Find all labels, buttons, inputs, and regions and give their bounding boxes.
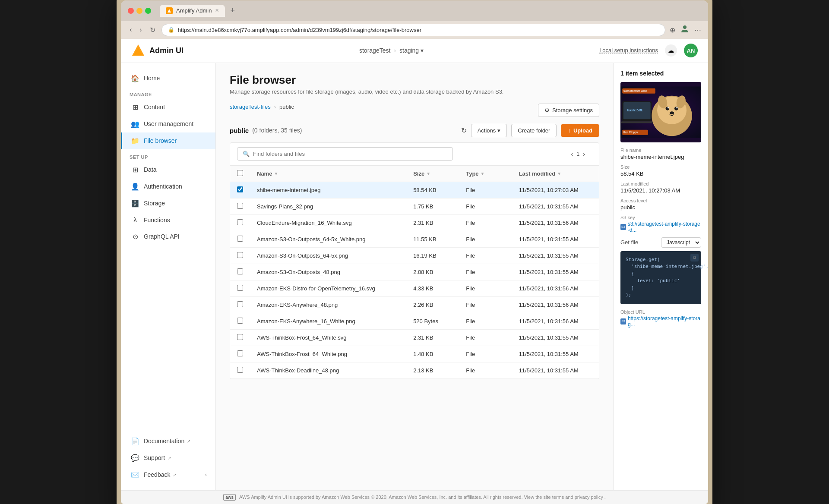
sidebar-label-data: Data xyxy=(144,166,157,173)
sidebar-item-data[interactable]: ⊞ Data xyxy=(121,161,215,178)
language-selector[interactable]: Javascript Swift Android xyxy=(661,237,701,248)
row-checkbox-cell[interactable] xyxy=(230,346,250,362)
refresh-browser-button[interactable]: ↻ xyxy=(148,24,157,36)
new-tab-button[interactable]: + xyxy=(230,6,235,15)
url-bar[interactable]: 🔒 https://main.d3e86xcmkyj77o.amplifyapp… xyxy=(161,24,665,36)
create-folder-button[interactable]: Create folder xyxy=(511,124,557,137)
row-checkbox-cell[interactable] xyxy=(230,280,250,296)
cloud-upload-icon[interactable]: ☁ xyxy=(665,44,677,57)
sidebar-item-storage[interactable]: 🗄️ Storage xyxy=(121,195,215,212)
row-checkbox-cell[interactable] xyxy=(230,198,250,214)
row-checkbox-cell[interactable] xyxy=(230,313,250,329)
row-checkbox[interactable] xyxy=(237,219,243,225)
close-dot[interactable] xyxy=(128,8,134,14)
table-row[interactable]: AWS-ThinkBox-Frost_64_White.svg 2.31 KB … xyxy=(230,329,599,346)
table-row[interactable]: Amazon-S3-On-Outposts_64-5x_White.png 11… xyxy=(230,231,599,247)
select-all-header[interactable] xyxy=(230,166,250,182)
maximize-dot[interactable] xyxy=(145,8,151,14)
avatar[interactable]: AN xyxy=(684,44,698,57)
row-checkbox-cell[interactable] xyxy=(230,182,250,198)
prev-page-button[interactable]: ‹ xyxy=(571,151,573,158)
actions-label: Actions xyxy=(478,127,496,134)
panel-object-url-field: Object URL S3 https://storagetest-amplif… xyxy=(620,309,701,328)
extensions-button[interactable]: ⊕ xyxy=(670,26,675,34)
size-sort[interactable]: Size ▼ xyxy=(413,170,430,177)
row-checkbox-cell[interactable] xyxy=(230,214,250,231)
table-row[interactable]: Amazon-S3-On-Outposts_64-5x.png 16.19 KB… xyxy=(230,247,599,264)
browser-tab[interactable]: Amplify Admin ✕ xyxy=(160,5,225,17)
sidebar-item-documentation[interactable]: 📄 Documentation ↗ xyxy=(121,433,215,450)
tab-close-button[interactable]: ✕ xyxy=(215,8,219,13)
name-sort[interactable]: Name ▼ xyxy=(257,170,278,177)
next-page-button[interactable]: › xyxy=(583,151,585,158)
sidebar-item-home[interactable]: 🏠 Home xyxy=(121,70,215,87)
storage-settings-button[interactable]: ⚙ Storage settings xyxy=(538,104,599,117)
s3-key-link[interactable]: s3://storagetest-amplify-storage-d... xyxy=(628,221,701,233)
back-button[interactable]: ‹ xyxy=(128,24,133,35)
row-checkbox[interactable] xyxy=(237,252,243,258)
panel-access-label: Access level xyxy=(620,198,701,203)
table-row[interactable]: CloudEndure-Migration_16_White.svg 2.31 … xyxy=(230,214,599,231)
row-checkbox[interactable] xyxy=(237,186,243,192)
table-row[interactable]: shibe-meme-internet.jpeg 58.54 KB File 1… xyxy=(230,182,599,198)
row-checkbox[interactable] xyxy=(237,285,243,291)
type-sort[interactable]: Type ▼ xyxy=(466,170,484,177)
sidebar-item-content[interactable]: ⊞ Content xyxy=(121,99,215,116)
minimize-dot[interactable] xyxy=(136,8,142,14)
th-name[interactable]: Name ▼ xyxy=(250,166,406,182)
sidebar-item-support[interactable]: 💬 Support ↗ xyxy=(121,450,215,466)
sidebar-collapse-icon[interactable]: ‹ xyxy=(205,472,207,478)
sidebar-item-graphql-api[interactable]: ⊙ GraphQL API xyxy=(121,228,215,245)
row-checkbox[interactable] xyxy=(237,334,243,340)
sidebar-item-file-browser[interactable]: 📁 File browser xyxy=(121,132,215,149)
row-checkbox-cell[interactable] xyxy=(230,247,250,264)
search-input[interactable] xyxy=(253,151,447,157)
object-url-value[interactable]: https://storagetest-amplify-storag... xyxy=(628,315,701,328)
sidebar-item-feedback[interactable]: ✉️ Feedback ↗ ‹ xyxy=(121,466,215,483)
table-row[interactable]: Amazon-EKS-Anywhere_48.png 2.26 KB File … xyxy=(230,296,599,313)
modified-sort[interactable]: Last modified ▼ xyxy=(519,170,561,177)
th-type[interactable]: Type ▼ xyxy=(459,166,512,182)
sidebar-item-user-management[interactable]: 👥 User management xyxy=(121,116,215,132)
modified-col-label: Last modified xyxy=(519,170,556,177)
table-row[interactable]: Savings-Plans_32.png 1.75 KB File 11/5/2… xyxy=(230,198,599,214)
sidebar-item-authentication[interactable]: 👤 Authentication xyxy=(121,178,215,195)
nav-project[interactable]: storageTest xyxy=(359,47,390,54)
th-size[interactable]: Size ▼ xyxy=(406,166,459,182)
table-row[interactable]: Amazon-EKS-Distro-for-OpenTelemetry_16.s… xyxy=(230,280,599,296)
table-row[interactable]: AWS-ThinkBox-Deadline_48.png 2.13 KB Fil… xyxy=(230,362,599,378)
row-modified: 11/5/2021, 10:31:55 AM xyxy=(512,362,599,378)
forward-button[interactable]: › xyxy=(138,24,143,35)
refresh-button[interactable]: ↻ xyxy=(461,126,467,135)
row-checkbox-cell[interactable] xyxy=(230,329,250,346)
row-checkbox[interactable] xyxy=(237,203,243,209)
row-checkbox[interactable] xyxy=(237,301,243,307)
object-url-link[interactable]: S3 https://storagetest-amplify-storag... xyxy=(620,315,701,328)
upload-button[interactable]: ↑ Upload xyxy=(561,124,599,137)
row-checkbox-cell[interactable] xyxy=(230,264,250,280)
local-setup-link[interactable]: Local setup instructions xyxy=(599,47,658,54)
nav-env-dropdown[interactable]: staging ▾ xyxy=(399,47,424,54)
row-checkbox[interactable] xyxy=(237,318,243,324)
copy-code-button[interactable]: ⧉ xyxy=(690,254,699,261)
select-all-checkbox[interactable] xyxy=(237,170,243,176)
actions-button[interactable]: Actions ▾ xyxy=(471,124,507,137)
row-checkbox[interactable] xyxy=(237,236,243,242)
table-row[interactable]: Amazon-EKS-Anywhere_16_White.png 520 Byt… xyxy=(230,313,599,329)
row-checkbox-cell[interactable] xyxy=(230,231,250,247)
row-checkbox[interactable] xyxy=(237,367,243,373)
sidebar-item-functions[interactable]: λ Functions xyxy=(121,212,215,228)
panel-s3key-value[interactable]: S3 s3://storagetest-amplify-storage-d... xyxy=(620,221,701,233)
table-row[interactable]: Amazon-S3-On-Outposts_48.png 2.08 KB Fil… xyxy=(230,264,599,280)
breadcrumb-root[interactable]: storageTest-files xyxy=(230,104,271,110)
row-checkbox[interactable] xyxy=(237,350,243,356)
name-col-label: Name xyxy=(257,170,272,177)
page-title: File browser xyxy=(230,73,599,87)
th-modified[interactable]: Last modified ▼ xyxy=(512,166,599,182)
settings-button[interactable]: ⋯ xyxy=(694,26,701,34)
row-checkbox-cell[interactable] xyxy=(230,296,250,313)
profile-button[interactable] xyxy=(680,24,690,36)
table-row[interactable]: AWS-ThinkBox-Frost_64_White.png 1.48 KB … xyxy=(230,346,599,362)
row-checkbox-cell[interactable] xyxy=(230,362,250,378)
row-checkbox[interactable] xyxy=(237,268,243,274)
